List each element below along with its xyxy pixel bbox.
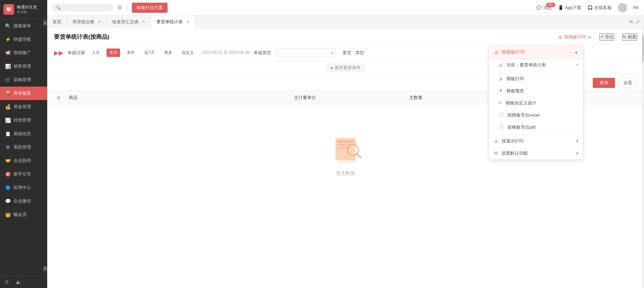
dropdown-display-print-chevron: ▾ bbox=[576, 139, 578, 143]
dropdown-item-export-excel[interactable]: 📄 按模板导出excel bbox=[489, 109, 583, 121]
svg-point-6 bbox=[349, 146, 357, 154]
trial-button[interactable]: 体验行业方案 bbox=[132, 3, 168, 13]
date-btn-last-month[interactable]: 上月 bbox=[89, 49, 103, 57]
sidebar-logo: 畅 畅通好生意 标准版 bbox=[0, 0, 47, 19]
sidebar-item-system[interactable]: ⚙ 系统管理 bbox=[0, 140, 47, 154]
sidebar-item-purchase[interactable]: 🛒 采购管理 bbox=[0, 73, 47, 87]
inventory-icon: 📦 bbox=[5, 91, 11, 96]
query-button[interactable]: 查询 bbox=[593, 78, 615, 88]
topbar-divider: | bbox=[126, 4, 128, 11]
topbar: 🔍 ⚙ | 体验行业方案 💬 消息 99+ 📱 App下载 🎧 在线客服 Rit bbox=[47, 0, 644, 15]
sidebar-item-finance[interactable]: 💰 资金管理 bbox=[0, 100, 47, 114]
dropdown-item-template-print[interactable]: 🖨 模板打印 bbox=[489, 73, 583, 85]
sidebar-item-sales[interactable]: 📊 销售管理 bbox=[0, 60, 47, 73]
dropdown-template-print-label: 模板打印 bbox=[506, 76, 524, 82]
tab-close-summary[interactable]: ✕ bbox=[142, 20, 145, 24]
online-service-btn[interactable]: 🎧 在线客服 bbox=[587, 5, 612, 11]
tab-fullscreen-btn[interactable]: ⤢ bbox=[636, 19, 640, 25]
purchase-icon: 🛒 bbox=[5, 77, 11, 83]
col-unit: 主计量单位 bbox=[291, 91, 407, 104]
dropdown-template-design-icon: ✏ bbox=[499, 100, 502, 105]
dropdown-default-settings-left: ⚙ 设置默认功能 bbox=[494, 150, 528, 156]
date-btn-this-month[interactable]: 本月 bbox=[107, 49, 120, 57]
sidebar-item-search[interactable]: 🔍 搜索菜单 bbox=[0, 19, 47, 33]
guide-icon: 🎯 bbox=[5, 171, 11, 177]
tab-home[interactable]: 首页 bbox=[47, 15, 67, 28]
type-select-wrap bbox=[275, 49, 336, 57]
page-actions: 🖨 按模板打印 ▲ | ↗ 导出 | ↻ 刷新 bbox=[558, 33, 637, 41]
tab-close-all-btn[interactable]: ✕ bbox=[629, 19, 634, 25]
export-button[interactable]: ↗ 导出 bbox=[599, 33, 614, 41]
dropdown-printer-icon: 🖨 bbox=[494, 50, 499, 55]
content-area: 要货单统计表(按商品) 🖨 按模板打印 ▲ | ↗ 导出 | ↻ 刷新 bbox=[47, 28, 644, 288]
dropdown-default-settings[interactable]: ⚙ 设置默认功能 ▾ bbox=[489, 147, 583, 159]
volume-icon[interactable]: 🔈 bbox=[16, 279, 22, 285]
sidebar-item-baseinfo[interactable]: 📋 基础信息 bbox=[0, 127, 47, 140]
tab-order-stats[interactable]: 要货单统计表 ✕ bbox=[151, 15, 195, 28]
sidebar-item-enterprise[interactable]: 🤝 企业协同 bbox=[0, 154, 47, 167]
tab-close-order-stats[interactable]: ✕ bbox=[186, 20, 189, 24]
svg-rect-2 bbox=[337, 141, 354, 142]
topbar-search-icon: 🔍 bbox=[56, 5, 61, 10]
refresh-button[interactable]: ↻ 刷新 bbox=[622, 33, 637, 41]
finance-icon: 💰 bbox=[5, 104, 11, 109]
dropdown-default-settings-icon: ⚙ bbox=[494, 151, 498, 156]
quicknav-icon: ⚡ bbox=[5, 37, 11, 42]
template-print-button[interactable]: 🖨 按模板打印 ▲ bbox=[558, 34, 591, 40]
tab-summary[interactable]: 收发存汇总表 ✕ bbox=[107, 15, 151, 28]
tab-inventory-batch-label: 库存批次账 bbox=[72, 19, 94, 25]
sidebar-item-label-finance: 资金管理 bbox=[13, 104, 31, 110]
right-scrollbar[interactable] bbox=[642, 28, 644, 288]
dropdown-current-item[interactable]: 🖨 当前：要货单统计表 ▾ bbox=[489, 59, 583, 71]
expand-down-icon: ▾ bbox=[331, 65, 333, 70]
sidebar-item-guide[interactable]: 🎯 新手引导 bbox=[0, 167, 47, 181]
sidebar-item-label-apps: 应用中心 bbox=[13, 185, 31, 191]
dropdown-display-print[interactable]: 🖨 按显示打印 ▾ bbox=[489, 135, 583, 147]
sidebar-item-operations[interactable]: 📈 经营管理 bbox=[0, 114, 47, 127]
more-conditions-button[interactable]: ▾ 展开更多条件 bbox=[326, 63, 365, 72]
col-settings-icon: ⚙ bbox=[57, 95, 61, 100]
messages-btn[interactable]: 💬 消息 99+ bbox=[536, 5, 552, 11]
col-settings[interactable]: ⚙ bbox=[54, 92, 66, 104]
filter-expand-button[interactable]: ▶▶ bbox=[54, 49, 63, 57]
main-area: 🔍 ⚙ | 体验行业方案 💬 消息 99+ 📱 App下载 🎧 在线客服 Rit bbox=[47, 0, 644, 288]
dropdown-display-print-icon: 🖨 bbox=[494, 138, 498, 143]
sidebar-scroll-down[interactable]: ▼ bbox=[43, 266, 47, 271]
date-btn-this-year[interactable]: 本年 bbox=[124, 49, 138, 57]
dropdown-default-settings-label: 设置默认功能 bbox=[501, 150, 528, 156]
date-btn-custom[interactable]: 自定义 bbox=[179, 49, 197, 57]
dropdown-current-chevron: ▾ bbox=[576, 63, 578, 67]
dropdown-item-template-design[interactable]: ✏ 模板自定义设计 bbox=[489, 97, 583, 109]
sidebar-item-apps[interactable]: 🔷 应用中心 bbox=[0, 181, 47, 194]
sidebar-item-member[interactable]: 👑 畅会员 bbox=[0, 208, 47, 221]
dropdown-template-preview-label: 模板预览 bbox=[506, 88, 524, 94]
dropdown-close-chevron[interactable]: ▲ bbox=[574, 50, 578, 55]
more-conditions-label: 展开更多条件 bbox=[334, 65, 361, 71]
tab-inventory-batch[interactable]: 库存批次账 ✕ bbox=[67, 15, 107, 28]
settings-button[interactable]: 设置 bbox=[618, 78, 637, 88]
marketing-icon: 📢 bbox=[5, 50, 11, 56]
date-range-display: 2023-06-01 至 2023-06-30 bbox=[202, 50, 250, 56]
topbar-gear-icon[interactable]: ⚙ bbox=[117, 4, 122, 11]
sidebar-item-quicknav[interactable]: ⚡ 快捷导航 bbox=[0, 33, 47, 46]
action-divider2: | bbox=[618, 34, 619, 39]
sidebar-item-label-operations: 经营管理 bbox=[13, 117, 31, 123]
wechat-icon: 💬 bbox=[5, 198, 11, 204]
type-select[interactable] bbox=[275, 49, 336, 57]
dropdown-more-icon[interactable]: ··· bbox=[568, 50, 572, 55]
template-print-label: 按模板打印 bbox=[564, 34, 586, 40]
tab-close-inventory-batch[interactable]: ✕ bbox=[98, 20, 101, 24]
topbar-search-box[interactable]: 🔍 bbox=[53, 4, 113, 11]
app-download-btn[interactable]: 📱 App下载 bbox=[558, 5, 581, 11]
sidebar-item-label-member: 畅会员 bbox=[13, 212, 27, 218]
date-btn-7days[interactable]: 近7天 bbox=[142, 49, 157, 57]
settings-icon[interactable]: ⚙ bbox=[5, 279, 9, 285]
sidebar-item-marketing[interactable]: 📢 营销推广 bbox=[0, 46, 47, 60]
right-scrollbar-thumb[interactable] bbox=[642, 35, 644, 62]
dropdown-item-export-pdf[interactable]: 📄 按模板导出pdf bbox=[489, 121, 583, 133]
avatar[interactable] bbox=[618, 3, 627, 12]
date-btn-more[interactable]: 更多 bbox=[162, 49, 175, 57]
dropdown-item-template-preview[interactable]: 👁 模板预览 bbox=[489, 85, 583, 97]
sidebar-item-wechat[interactable]: 💬 企业微信 bbox=[0, 194, 47, 208]
sidebar-item-inventory[interactable]: 📦 库存核算 bbox=[0, 87, 47, 100]
